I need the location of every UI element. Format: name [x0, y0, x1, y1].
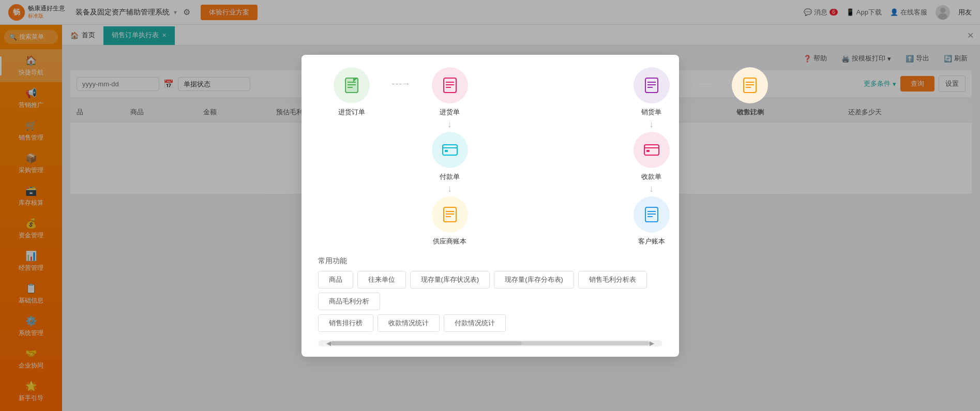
- flow-item-sales-invoice: 销货单: [618, 67, 685, 117]
- flow-circle-sales-order[interactable]: [732, 67, 768, 103]
- svg-rect-21: [644, 145, 659, 155]
- btn-receipt-stats[interactable]: 收款情况统计: [378, 314, 440, 332]
- svg-rect-20: [445, 150, 448, 152]
- flow-circle-purchase-order[interactable]: [334, 67, 370, 103]
- flow-arrow-2: ←- - -: [685, 79, 716, 105]
- scroll-inner: [331, 341, 650, 345]
- flow-circle-purchase-invoice[interactable]: [432, 67, 468, 103]
- flow-item-purchase-invoice: 进货单: [416, 67, 484, 117]
- scroll-thumb[interactable]: [331, 341, 522, 345]
- flow-middle-space: [484, 84, 618, 100]
- flow-item-sales-order: 销售订单: [716, 67, 783, 117]
- scroll-bar: ◀ ▶: [318, 340, 662, 346]
- scroll-left-arrow[interactable]: ◀: [326, 340, 331, 347]
- flow-label-sales-order: 销售订单: [736, 108, 763, 117]
- flow-row2: 付款单 收款单: [318, 132, 662, 181]
- btn-sales-rank[interactable]: 销售排行榜: [318, 314, 373, 332]
- btn-product-profit[interactable]: 商品毛利分析: [318, 293, 380, 310]
- flow-col-sales-order: 销售订单: [716, 67, 783, 117]
- btn-units[interactable]: 往来单位: [357, 271, 406, 288]
- flow-circle-receipt[interactable]: [634, 132, 670, 168]
- btn-sales-profit[interactable]: 销售毛利分析表: [578, 271, 647, 288]
- flow-arrow-1: - - -→: [385, 79, 416, 105]
- flow-col-purchase-invoice: 进货单: [416, 67, 484, 117]
- flow-circle-sales-invoice[interactable]: [634, 67, 670, 103]
- flow-arrows-row: ↓ ↓: [318, 119, 662, 130]
- flow-circle-payment[interactable]: [432, 132, 468, 168]
- btn-inventory-dist[interactable]: 现存量(库存分布表): [494, 271, 574, 288]
- flow-label-payment: 付款单: [440, 172, 460, 181]
- flow-col-supplier-ledger: 供应商账本: [416, 196, 484, 246]
- flow-label-purchase-order: 进货订单: [338, 108, 365, 117]
- svg-rect-18: [443, 145, 457, 155]
- btn-inventory-status[interactable]: 现存量(库存状况表): [410, 271, 490, 288]
- flow-col-receipt: 收款单: [618, 132, 685, 181]
- flow-circle-supplier-ledger[interactable]: [432, 196, 468, 233]
- scroll-right-arrow[interactable]: ▶: [650, 340, 654, 347]
- flow-item-payment: 付款单: [416, 132, 484, 181]
- flow-col-payment: 付款单: [416, 132, 484, 181]
- flow-label-customer-ledger: 客户账本: [638, 237, 665, 246]
- flow-chart: 进货订单 - - -→ 进货单 销: [318, 67, 662, 117]
- flow-row3: 供应商账本 客户账本: [318, 196, 662, 246]
- flow-item-purchase-order: 进货订单: [318, 67, 385, 117]
- flow-col-customer-ledger: 客户账本: [618, 196, 685, 246]
- flow-item-supplier-ledger: 供应商账本: [416, 196, 484, 246]
- common-functions-title: 常用功能: [318, 256, 662, 266]
- flow-label-purchase-invoice: 进货单: [440, 108, 460, 117]
- flow-label-supplier-ledger: 供应商账本: [433, 237, 466, 246]
- common-buttons-row1: 商品 往来单位 现存量(库存状况表) 现存量(库存分布表) 销售毛利分析表 商品…: [318, 271, 662, 310]
- flow-item-customer-ledger: 客户账本: [618, 196, 685, 246]
- btn-payment-stats[interactable]: 付款情况统计: [444, 314, 506, 332]
- overlay[interactable]: 进货订单 - - -→ 进货单 销: [0, 0, 980, 411]
- flow-circle-customer-ledger[interactable]: [634, 196, 670, 233]
- quick-guide-modal: 进货订单 - - -→ 进货单 销: [301, 55, 679, 357]
- common-functions-section: 常用功能 商品 往来单位 现存量(库存状况表) 现存量(库存分布表) 销售毛利分…: [318, 256, 662, 332]
- common-buttons-row2: 销售排行榜 收款情况统计 付款情况统计: [318, 314, 662, 332]
- svg-rect-23: [646, 150, 650, 152]
- flow-label-sales-invoice: 销货单: [641, 108, 661, 117]
- flow-label-receipt: 收款单: [641, 172, 661, 181]
- flow-item-receipt: 收款单: [618, 132, 685, 181]
- btn-products[interactable]: 商品: [318, 271, 353, 288]
- flow-col-purchase-order: 进货订单: [318, 67, 385, 117]
- flow-arrows-row2: ↓ ↓: [318, 184, 662, 194]
- flow-col-sales-invoice: 销货单: [618, 67, 685, 117]
